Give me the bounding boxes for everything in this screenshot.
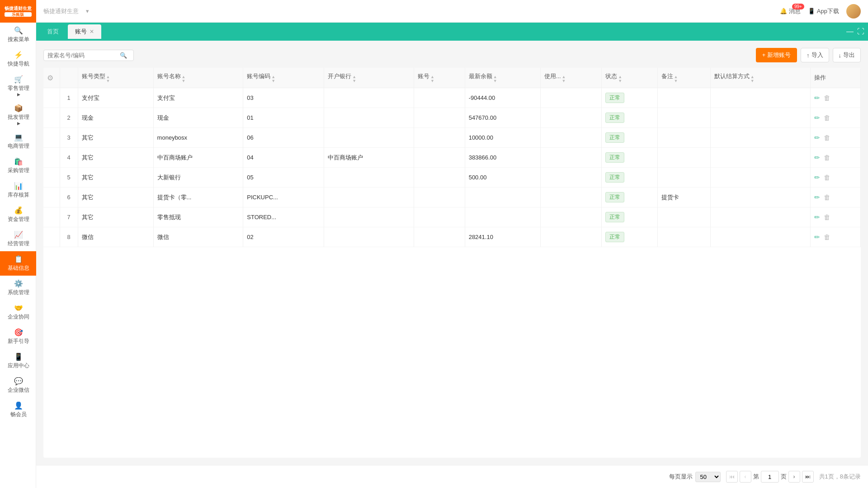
delete-button-0[interactable]: 🗑 <box>824 94 830 102</box>
topbar-chevron-icon[interactable]: ▾ <box>86 8 89 14</box>
import-icon: ↑ <box>807 52 810 59</box>
row-type-0: 支付宝 <box>78 88 153 108</box>
message-button[interactable]: 🔔 消息 99+ <box>780 7 801 15</box>
sidebar-item-quick-nav[interactable]: ⚡快捷导航 <box>0 47 36 71</box>
edit-button-4[interactable]: ✏ <box>814 174 820 182</box>
sidebar-item-finance-mgmt[interactable]: 💰资金管理 <box>0 202 36 227</box>
row-remark-5: 提货卡 <box>657 188 710 207</box>
sidebar-item-app-center[interactable]: 📱应用中心 <box>0 349 36 373</box>
row-actions-2: ✏ 🗑 <box>811 128 861 148</box>
basic-info-icon: 📋 <box>14 255 23 263</box>
row-settings-7 <box>43 227 60 247</box>
import-button[interactable]: ↑ 导入 <box>801 48 829 62</box>
col-remark-header[interactable]: 备注▲▼ <box>657 68 710 88</box>
delete-button-1[interactable]: 🗑 <box>824 114 830 122</box>
sidebar-item-retail-mgmt[interactable]: 🛒零售管理▶ <box>0 71 36 100</box>
sidebar-label-system-mgmt: 系统管理 <box>8 289 29 296</box>
edit-button-1[interactable]: ✏ <box>814 114 820 122</box>
col-balance-header[interactable]: 最新余额▲▼ <box>465 68 540 88</box>
row-remark-0 <box>657 88 710 108</box>
edit-button-3[interactable]: ✏ <box>814 154 820 162</box>
col-type-header[interactable]: 账号类型▲▼ <box>78 68 153 88</box>
search-icon: 🔍 <box>14 26 23 35</box>
enterprise-agreement-icon: 🤝 <box>14 304 23 312</box>
col-default-settlement-header[interactable]: 默认结算方式▲▼ <box>710 68 810 88</box>
row-code-3: 04 <box>243 148 324 168</box>
maximize-icon[interactable]: ⛶ <box>857 28 864 36</box>
sidebar-item-basic-info[interactable]: 📋基础信息 <box>0 251 36 276</box>
search-icon[interactable]: 🔍 <box>120 52 127 59</box>
sidebar-item-search[interactable]: 🔍搜索菜单 <box>0 23 36 47</box>
next-page-button[interactable]: › <box>788 471 800 483</box>
sidebar-item-enterprise-agreement[interactable]: 🤝企业协同 <box>0 300 36 324</box>
row-name-4: 大新银行 <box>153 168 243 188</box>
row-remark-6 <box>657 207 710 227</box>
edit-button-2[interactable]: ✏ <box>814 134 820 142</box>
delete-button-3[interactable]: 🗑 <box>824 154 830 161</box>
sidebar-item-system-mgmt[interactable]: ⚙️系统管理 <box>0 276 36 300</box>
add-account-button[interactable]: + 新增账号 <box>756 48 797 62</box>
main-area: 畅捷通财生意 ▾ 🔔 消息 99+ 📱 App下载 首页账号✕ — ⛶ <box>36 0 868 488</box>
sidebar-label-ecommerce-mgmt: 电商管理 <box>8 142 29 150</box>
minimize-icon[interactable]: — <box>846 28 854 36</box>
edit-button-0[interactable]: ✏ <box>814 94 820 102</box>
col-status-header[interactable]: 状态▲▼ <box>602 68 657 88</box>
row-type-1: 现金 <box>78 108 153 128</box>
col-usage-header[interactable]: 使用...▲▼ <box>540 68 601 88</box>
delete-button-7[interactable]: 🗑 <box>824 233 830 241</box>
edit-button-5[interactable]: ✏ <box>814 193 820 202</box>
pagination-bar: 每页显示 2050100200 ⏮ ‹ 第 页 › ⏭ 共1页，8条记录 <box>36 465 868 488</box>
last-page-button[interactable]: ⏭ <box>802 471 814 483</box>
delete-button-4[interactable]: 🗑 <box>824 174 830 181</box>
delete-button-2[interactable]: 🗑 <box>824 134 830 141</box>
prev-page-button[interactable]: ‹ <box>740 471 751 483</box>
sidebar-item-inventory[interactable]: 📊库存核算 <box>0 178 36 202</box>
tab-home[interactable]: 首页 <box>40 24 66 39</box>
edit-button-7[interactable]: ✏ <box>814 233 820 241</box>
row-num-6: 7 <box>60 207 78 227</box>
row-usage-0 <box>540 88 601 108</box>
per-page-select[interactable]: 2050100200 <box>695 472 721 482</box>
sidebar-item-wholesale-mgmt[interactable]: 📦批发管理▶ <box>0 100 36 129</box>
search-box[interactable]: 🔍 <box>43 50 134 61</box>
tab-close-account[interactable]: ✕ <box>90 28 94 35</box>
tab-account[interactable]: 账号✕ <box>68 24 101 39</box>
sidebar-label-retail-mgmt: 零售管理 <box>8 84 29 92</box>
row-account-1 <box>414 108 465 128</box>
tab-controls: — ⛶ <box>846 28 864 36</box>
status-badge-7: 正常 <box>605 232 624 242</box>
user-avatar[interactable] <box>846 4 861 19</box>
app-logo: 畅捷通财生意 乐账版 <box>0 0 36 23</box>
sidebar-item-ops-mgmt[interactable]: 📈经营管理 <box>0 227 36 251</box>
sidebar-item-member[interactable]: 👤畅会员 <box>0 398 36 422</box>
page-input[interactable] <box>761 471 779 483</box>
wholesale-mgmt-icon: 📦 <box>14 104 23 113</box>
row-num-1: 2 <box>60 108 78 128</box>
col-code-header[interactable]: 账号编码▲▼ <box>243 68 324 88</box>
export-button[interactable]: ↓ 导出 <box>833 48 861 62</box>
system-mgmt-icon: ⚙️ <box>14 279 23 288</box>
first-page-button[interactable]: ⏮ <box>726 471 738 483</box>
delete-button-5[interactable]: 🗑 <box>824 193 830 201</box>
col-name-header[interactable]: 账号名称▲▼ <box>153 68 243 88</box>
row-remark-1 <box>657 108 710 128</box>
sidebar-item-purchase-mgmt[interactable]: 🛍️采购管理 <box>0 154 36 178</box>
tab-bar: 首页账号✕ — ⛶ <box>36 23 868 41</box>
row-type-3: 其它 <box>78 148 153 168</box>
sidebar-item-ecommerce-mgmt[interactable]: 💻电商管理 <box>0 129 36 154</box>
col-account-header[interactable]: 账号▲▼ <box>414 68 465 88</box>
row-actions-6: ✏ 🗑 <box>811 207 861 227</box>
app-download-button[interactable]: 📱 App下载 <box>808 7 839 15</box>
tab-label-home: 首页 <box>47 28 59 36</box>
settings-icon[interactable]: ⚙ <box>47 74 53 82</box>
search-input[interactable] <box>47 52 120 59</box>
delete-button-6[interactable]: 🗑 <box>824 213 830 221</box>
edit-button-6[interactable]: ✏ <box>814 213 820 221</box>
col-num-header <box>60 68 78 88</box>
sidebar-item-enterprise-wechat[interactable]: 💬企业微信 <box>0 373 36 398</box>
table-row: 5 其它 大新银行 05 500.00 正常 ✏ 🗑 <box>43 168 861 188</box>
topbar-brand: 畅捷通财生意 <box>43 7 79 15</box>
col-settings-header[interactable]: ⚙ <box>43 68 60 88</box>
sidebar-item-new-guide[interactable]: 🎯新手引导 <box>0 324 36 349</box>
col-bank-header[interactable]: 开户银行▲▼ <box>324 68 414 88</box>
